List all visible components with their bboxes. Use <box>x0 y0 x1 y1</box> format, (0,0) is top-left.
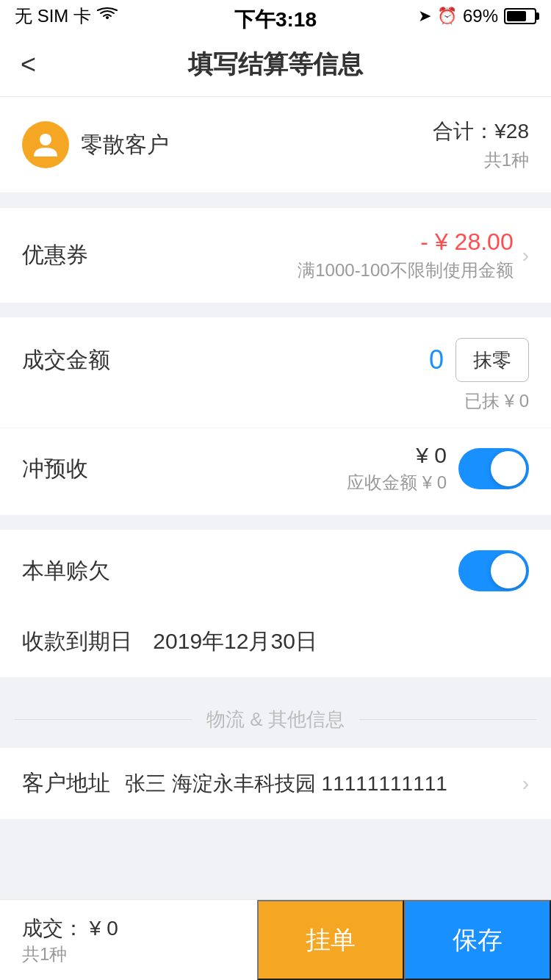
amount-right: 0 抹零 <box>429 338 529 382</box>
status-bar: 无 SIM 卡 下午3:18 ➤ ⏰ 69% <box>0 0 551 32</box>
pending-button[interactable]: 挂单 <box>257 900 404 980</box>
coupon-value-block: - ¥ 28.00 满1000-100不限制使用金额 <box>298 228 513 282</box>
coupon-discount: - ¥ 28.00 <box>298 228 513 256</box>
debt-toggle[interactable] <box>458 550 529 591</box>
address-label: 客户地址 <box>22 768 110 799</box>
customer-left: 零散客户 <box>22 121 169 168</box>
prepay-sub: 应收金额 ¥ 0 <box>347 471 447 494</box>
page-title: 填写结算等信息 <box>188 48 363 82</box>
due-date-row: 收款到期日 2019年12月30日 <box>0 627 551 677</box>
coupon-chevron-icon: › <box>522 244 529 267</box>
debt-toggle-knob <box>491 553 526 588</box>
status-time: 下午3:18 <box>234 6 317 34</box>
bottom-deal-count: 共1种 <box>22 943 235 966</box>
nav-bar: < 填写结算等信息 <box>0 32 551 97</box>
amount-sub: 已抹 ¥ 0 <box>0 389 551 428</box>
customer-name: 零散客户 <box>81 130 169 160</box>
coupon-right: - ¥ 28.00 满1000-100不限制使用金额 › <box>298 228 529 282</box>
logistics-line-right <box>359 719 536 720</box>
prepay-value-block: ¥ 0 应收金额 ¥ 0 <box>347 443 447 494</box>
prepay-label: 冲预收 <box>22 454 88 484</box>
wifi-icon <box>97 6 118 26</box>
logistics-section: 物流 & 其他信息 客户地址 张三 海淀永丰科技园 11111111111 › <box>0 692 551 819</box>
debt-label: 本单赊欠 <box>22 556 110 586</box>
bottom-deal-label: 成交： <box>22 917 84 940</box>
address-value: 张三 海淀永丰科技园 11111111111 <box>125 770 522 798</box>
toggle-knob <box>491 451 526 486</box>
coupon-section[interactable]: 优惠券 - ¥ 28.00 满1000-100不限制使用金额 › <box>0 207 551 303</box>
save-button[interactable]: 保存 <box>404 900 551 980</box>
due-date-label: 收款到期日 <box>22 629 132 653</box>
customer-right: 合计：¥28 共1种 <box>433 118 529 172</box>
round-button[interactable]: 抹零 <box>455 338 529 382</box>
bottom-bar: 成交： ¥ 0 共1种 挂单 保存 <box>0 899 551 980</box>
prepay-value: ¥ 0 <box>347 443 447 468</box>
customer-section: 零散客户 合计：¥28 共1种 <box>0 97 551 192</box>
bottom-actions: 挂单 保存 <box>257 900 551 980</box>
customer-avatar <box>22 121 69 168</box>
bottom-deal-label-row: 成交： ¥ 0 <box>22 915 235 943</box>
status-left: 无 SIM 卡 <box>15 4 118 28</box>
alarm-icon: ⏰ <box>437 7 457 26</box>
carrier-text: 无 SIM 卡 <box>15 4 91 28</box>
debt-row: 本单赊欠 <box>0 530 551 612</box>
customer-row: 零散客户 合计：¥28 共1种 <box>0 97 551 192</box>
prepay-right: ¥ 0 应收金额 ¥ 0 <box>347 443 529 494</box>
bottom-left: 成交： ¥ 0 共1种 <box>0 915 257 966</box>
bottom-deal-value: ¥ 0 <box>90 917 118 940</box>
coupon-hint: 满1000-100不限制使用金额 <box>298 259 513 282</box>
customer-count: 共1种 <box>433 148 529 172</box>
logistics-label: 物流 & 其他信息 <box>206 707 345 732</box>
back-button[interactable]: < <box>21 49 36 80</box>
coupon-label: 优惠券 <box>22 240 88 270</box>
customer-total: 合计：¥28 <box>433 118 529 145</box>
amount-label: 成交金额 <box>22 345 110 375</box>
amount-section: 成交金额 0 抹零 已抹 ¥ 0 冲预收 ¥ 0 应收金额 ¥ 0 <box>0 317 551 515</box>
prepay-toggle[interactable] <box>458 448 529 489</box>
battery-icon <box>504 8 536 24</box>
coupon-row[interactable]: 优惠券 - ¥ 28.00 满1000-100不限制使用金额 › <box>0 207 551 303</box>
battery-percent: 69% <box>463 6 498 26</box>
status-right: ➤ ⏰ 69% <box>418 6 536 26</box>
address-chevron-icon: › <box>522 772 529 796</box>
amount-row: 成交金额 0 抹零 <box>0 317 551 389</box>
amount-value: 0 <box>429 345 444 375</box>
location-icon: ➤ <box>418 7 431 26</box>
logistics-divider: 物流 & 其他信息 <box>0 692 551 747</box>
address-row[interactable]: 客户地址 张三 海淀永丰科技园 11111111111 › <box>0 747 551 819</box>
content: 零散客户 合计：¥28 共1种 优惠券 - ¥ 28.00 满1000-100不… <box>0 97 551 929</box>
debt-section: 本单赊欠 收款到期日 2019年12月30日 <box>0 530 551 677</box>
due-date-value: 2019年12月30日 <box>153 629 317 653</box>
svg-point-0 <box>40 134 51 145</box>
prepay-row: 冲预收 ¥ 0 应收金额 ¥ 0 <box>0 428 551 515</box>
logistics-line-left <box>15 719 192 720</box>
